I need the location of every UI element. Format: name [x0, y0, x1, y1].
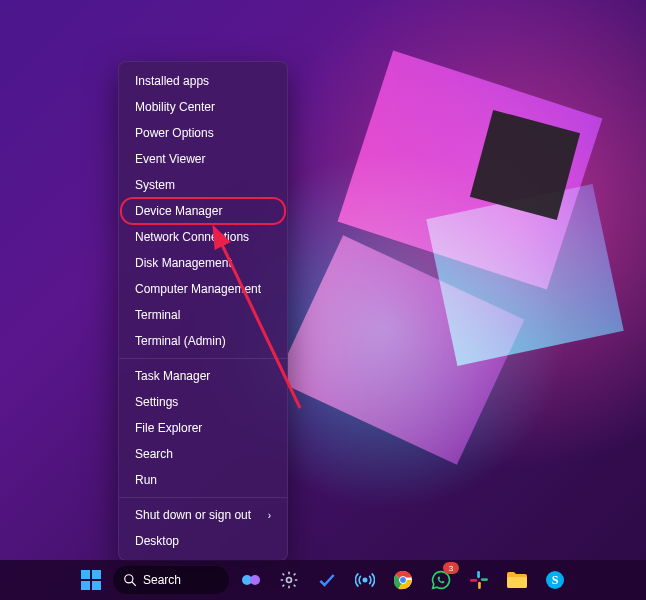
svg-rect-15 — [481, 578, 488, 581]
svg-rect-2 — [81, 570, 90, 579]
menu-item-settings[interactable]: Settings — [121, 389, 285, 415]
menu-item-label: System — [135, 178, 175, 192]
menu-item-device-manager[interactable]: Device Manager — [121, 198, 285, 224]
broadcast-icon — [355, 570, 375, 590]
taskbar-app-slack[interactable] — [463, 564, 495, 596]
svg-rect-14 — [477, 571, 480, 578]
menu-item-label: Task Manager — [135, 369, 210, 383]
svg-rect-5 — [92, 581, 101, 590]
taskbar-app-broadcast[interactable] — [349, 564, 381, 596]
svg-rect-17 — [470, 579, 477, 582]
search-icon — [123, 573, 137, 587]
menu-item-system[interactable]: System — [121, 172, 285, 198]
menu-item-label: Search — [135, 447, 173, 461]
taskbar-app-whatsapp[interactable]: 3 — [425, 564, 457, 596]
svg-rect-3 — [92, 570, 101, 579]
menu-item-label: File Explorer — [135, 421, 202, 435]
check-icon — [317, 570, 337, 590]
taskbar-search[interactable]: Search — [113, 566, 229, 594]
menu-item-label: Settings — [135, 395, 178, 409]
menu-item-terminal[interactable]: Terminal — [121, 302, 285, 328]
svg-point-13 — [400, 577, 407, 584]
taskbar-app-skype[interactable]: S — [539, 564, 571, 596]
menu-item-power-options[interactable]: Power Options — [121, 120, 285, 146]
menu-item-label: Computer Management — [135, 282, 261, 296]
menu-item-label: Network Connections — [135, 230, 249, 244]
menu-item-shutdown[interactable]: Shut down or sign out› — [121, 502, 285, 528]
winx-menu: Installed appsMobility CenterPower Optio… — [118, 61, 288, 561]
menu-item-network-connections[interactable]: Network Connections — [121, 224, 285, 250]
menu-item-label: Event Viewer — [135, 152, 205, 166]
menu-separator — [119, 358, 287, 359]
svg-rect-16 — [478, 582, 481, 589]
menu-item-task-manager[interactable]: Task Manager — [121, 363, 285, 389]
svg-rect-4 — [81, 581, 90, 590]
menu-item-label: Power Options — [135, 126, 214, 140]
svg-point-9 — [250, 575, 260, 585]
menu-item-label: Disk Management — [135, 256, 232, 270]
menu-item-label: Installed apps — [135, 74, 209, 88]
taskbar-app-file-explorer[interactable] — [501, 564, 533, 596]
menu-item-label: Mobility Center — [135, 100, 215, 114]
menu-item-file-explorer[interactable]: File Explorer — [121, 415, 285, 441]
menu-item-computer-management[interactable]: Computer Management — [121, 276, 285, 302]
folder-icon — [507, 571, 527, 589]
chrome-icon — [393, 570, 413, 590]
slack-icon — [470, 571, 488, 589]
gear-icon — [279, 570, 299, 590]
menu-item-mobility-center[interactable]: Mobility Center — [121, 94, 285, 120]
menu-item-label: Run — [135, 473, 157, 487]
whatsapp-badge: 3 — [443, 562, 459, 574]
menu-item-label: Device Manager — [135, 204, 222, 218]
taskbar-search-label: Search — [143, 573, 181, 587]
menu-item-desktop[interactable]: Desktop — [121, 528, 285, 554]
taskbar-app-copilot[interactable] — [235, 564, 267, 596]
chevron-right-icon: › — [268, 510, 271, 521]
svg-text:S: S — [552, 573, 559, 587]
menu-item-label: Terminal — [135, 308, 180, 322]
menu-item-label: Shut down or sign out — [135, 508, 251, 522]
skype-icon: S — [545, 570, 565, 590]
menu-separator — [119, 497, 287, 498]
start-button[interactable] — [75, 564, 107, 596]
taskbar-app-settings[interactable] — [273, 564, 305, 596]
menu-item-search[interactable]: Search — [121, 441, 285, 467]
svg-point-11 — [363, 578, 366, 581]
svg-point-10 — [287, 578, 292, 583]
svg-rect-18 — [507, 577, 527, 588]
menu-item-run[interactable]: Run — [121, 467, 285, 493]
taskbar-app-todo[interactable] — [311, 564, 343, 596]
menu-item-label: Terminal (Admin) — [135, 334, 226, 348]
taskbar: Search — [0, 560, 646, 600]
svg-line-7 — [132, 582, 136, 586]
menu-item-terminal-admin[interactable]: Terminal (Admin) — [121, 328, 285, 354]
menu-item-installed-apps[interactable]: Installed apps — [121, 68, 285, 94]
menu-item-label: Desktop — [135, 534, 179, 548]
menu-item-event-viewer[interactable]: Event Viewer — [121, 146, 285, 172]
taskbar-app-chrome[interactable] — [387, 564, 419, 596]
svg-point-6 — [125, 575, 133, 583]
desktop-wallpaper — [0, 0, 646, 600]
menu-item-disk-management[interactable]: Disk Management — [121, 250, 285, 276]
